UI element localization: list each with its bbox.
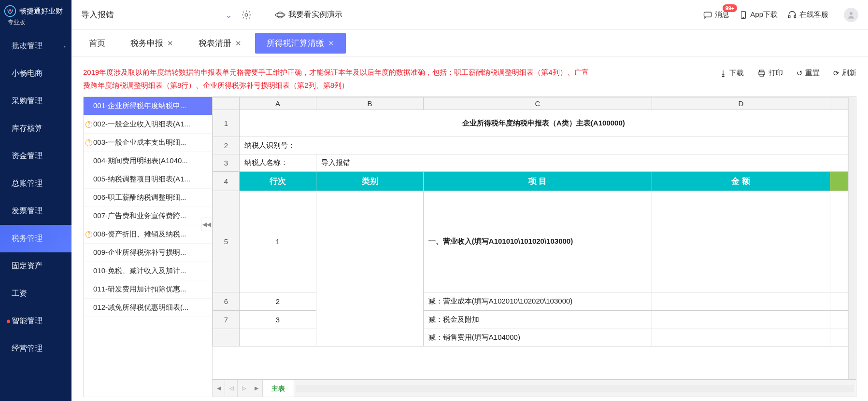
cell[interactable] [652,292,830,311]
gear-icon[interactable] [241,10,252,20]
row-number[interactable]: 3 [213,154,240,172]
col-header[interactable]: A [239,97,316,110]
context-selector[interactable]: 导入报错 [81,9,216,20]
nav-item-active[interactable]: 税务管理 [0,225,71,252]
form-item[interactable]: 009-企业所得税弥补亏损明... [84,244,212,262]
topbar: 导入报错 ⌄ 我要看实例演示 消息 99+ [71,0,868,30]
nav-item[interactable]: 工资 [0,280,71,307]
message-button[interactable]: 消息 99+ [703,10,729,20]
refresh-button[interactable]: ⟳刷新 [833,69,856,78]
form-item[interactable]: 011-研发费用加计扣除优惠... [84,280,212,299]
cell[interactable]: 减：税金及附加 [423,311,652,329]
download-button[interactable]: ⭳下载 [720,69,744,78]
vertical-scrollbar[interactable] [848,97,856,379]
spreadsheet: A B C D 1 企业所得税年度纳税申报表（A类）主表(A100000) 2 [213,97,856,397]
row-number[interactable]: 1 [213,110,240,137]
nav-item[interactable]: 总账管理 [0,170,71,197]
nav-item[interactable]: 小畅电商 [0,60,71,87]
cell[interactable]: 1 [239,191,316,292]
svg-rect-9 [794,15,796,17]
cell[interactable] [239,329,316,346]
header-cell[interactable]: 金 额 [652,172,830,191]
nav-item[interactable]: 库存核算 [0,115,71,142]
form-item[interactable]: ?002-一般企业收入明细表(A1... [84,115,212,134]
sheet-nav-next[interactable]: ▷ [238,380,250,397]
form-item[interactable]: ?003-一般企业成本支出明细... [84,134,212,152]
header-cell[interactable]: 行次 [239,172,316,191]
row-number[interactable]: 7 [213,311,240,329]
row-number[interactable]: 2 [213,137,240,154]
form-item[interactable]: 007-广告费和业务宣传费跨... [84,207,212,225]
form-item[interactable]: 010-免税、减计收入及加计... [84,262,212,280]
tab-tax-book[interactable]: 税表清册✕ [187,33,253,54]
cell[interactable] [830,329,848,346]
demo-link[interactable]: 我要看实例演示 [275,10,342,20]
form-item[interactable]: 005-纳税调整项目明细表(A1... [84,170,212,189]
collapse-icon[interactable]: ◀◀ [201,218,213,231]
cell[interactable]: 减：营业成本(填写A102010\102020\103000) [423,292,652,311]
print-button[interactable]: 打印 [757,69,783,78]
reset-button[interactable]: ↺重置 [797,69,820,78]
sheet-nav-prev[interactable]: ◁ [225,380,238,397]
sheet-nav-first[interactable]: ◀ [213,380,225,397]
chevron-down-icon[interactable]: ⌄ [225,10,232,20]
col-header[interactable]: D [652,97,830,110]
header-cell[interactable] [830,172,848,191]
refresh-icon: ⟳ [833,69,840,78]
tab-income-tax[interactable]: 所得税汇算清缴✕ [255,33,346,54]
close-icon[interactable]: ✕ [167,39,173,48]
form-item[interactable]: 001-企业所得税年度纳税申... [84,97,212,115]
svg-point-4 [275,13,285,16]
nav-item-truncated[interactable]: 批改管理 [0,32,71,60]
svg-rect-5 [704,12,711,17]
cell[interactable] [652,329,830,346]
nav-item[interactable]: 采购管理 [0,87,71,115]
row-number[interactable]: 6 [213,292,240,311]
app-download-button[interactable]: App下载 [739,10,778,20]
sheet-nav-last[interactable]: ▶ [250,380,263,397]
tab-home[interactable]: 首页 [77,33,117,54]
nav-item[interactable]: 发票管理 [0,197,71,225]
cell[interactable] [830,292,848,311]
cell[interactable] [830,311,848,329]
cell[interactable]: 导入报错 [316,154,848,172]
col-header[interactable] [830,97,848,110]
cell[interactable] [652,191,830,292]
sheet-title[interactable]: 企业所得税年度纳税申报表（A类）主表(A100000) [239,110,848,137]
header-cell[interactable]: 类别 [316,172,424,191]
header-cell[interactable]: 项 目 [423,172,652,191]
sheet-corner[interactable] [213,97,240,110]
horizontal-scrollbar[interactable] [296,385,854,392]
col-header[interactable]: B [316,97,424,110]
cell[interactable]: 纳税人名称： [239,154,316,172]
row-number[interactable]: 4 [213,172,240,191]
cell[interactable] [652,311,830,329]
nav-item[interactable]: 经营管理 [0,335,71,362]
sheet-tab-main[interactable]: 主表 [263,380,294,397]
cell[interactable]: 3 [239,311,316,329]
nav-item[interactable]: 资金管理 [0,142,71,170]
form-item[interactable]: 006-职工薪酬纳税调整明细... [84,189,212,207]
sheet-table[interactable]: A B C D 1 企业所得税年度纳税申报表（A类）主表(A100000) 2 [213,97,848,346]
tab-tax-declare[interactable]: 税务申报✕ [119,33,185,54]
cell[interactable]: 纳税人识别号： [239,137,848,154]
avatar[interactable] [844,8,858,22]
form-item[interactable]: ?008-资产折旧、摊销及纳税... [84,225,212,244]
svg-point-1 [9,9,12,12]
row-number[interactable] [213,329,240,346]
form-item[interactable]: 004-期间费用明细表(A1040... [84,152,212,170]
cell[interactable] [830,191,848,292]
nav-item-smart[interactable]: 智能管理 [0,307,71,335]
close-icon[interactable]: ✕ [235,39,242,48]
col-header[interactable]: C [423,97,652,110]
cell[interactable] [316,191,424,346]
cell[interactable]: 减：销售费用(填写A104000) [423,329,652,346]
cell[interactable]: 一、营业收入(填写A101010\101020\103000) [423,191,652,292]
cell[interactable]: 2 [239,292,316,311]
customer-service-button[interactable]: 在线客服 [787,10,828,20]
nav-item[interactable]: 固定资产 [0,252,71,280]
form-item[interactable]: 012-减免所得税优惠明细表(... [84,299,212,317]
close-icon[interactable]: ✕ [328,39,334,48]
warn-icon: ? [85,231,92,238]
row-number[interactable]: 5 [213,191,240,292]
